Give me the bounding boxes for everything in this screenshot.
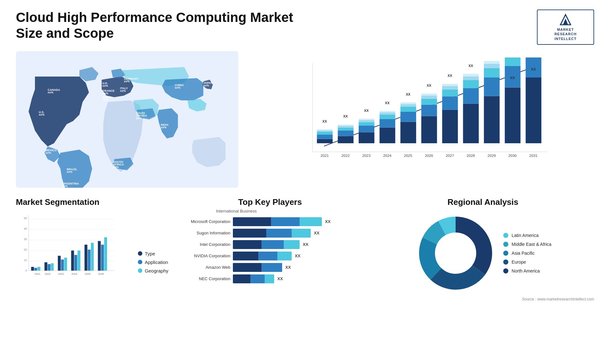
svg-rect-63 <box>400 122 416 143</box>
legend-label-middle-east-africa: Middle East & Africa <box>512 242 551 247</box>
source-text: Source : www.marketresearchintellect.com <box>372 297 594 301</box>
svg-text:2022: 2022 <box>45 273 51 275</box>
svg-rect-57 <box>380 127 396 143</box>
legend-label-asia-pacific: Asia Pacific <box>512 251 534 256</box>
svg-rect-89 <box>484 68 500 78</box>
svg-text:xx%: xx% <box>203 84 209 87</box>
legend-dot-europe <box>503 260 508 265</box>
svg-rect-96 <box>526 78 542 143</box>
svg-rect-87 <box>484 96 500 143</box>
svg-rect-73 <box>421 93 437 95</box>
svg-text:10: 10 <box>24 259 27 262</box>
svg-text:2027: 2027 <box>446 153 454 158</box>
player-xx-amazon: XX <box>285 265 291 270</box>
svg-text:2023: 2023 <box>362 153 370 158</box>
legend-label-europe: Europe <box>512 260 526 265</box>
segmentation-chart: 0 10 20 30 40 50 60 <box>16 212 132 286</box>
legend-geography: Geography <box>138 268 168 273</box>
svg-text:xx%: xx% <box>161 126 166 129</box>
svg-rect-54 <box>359 120 375 122</box>
svg-rect-39 <box>317 139 333 143</box>
svg-text:xx%: xx% <box>136 117 142 120</box>
player-bar-seg3-sugon <box>292 229 311 238</box>
svg-text:xx%: xx% <box>67 170 72 173</box>
svg-rect-138 <box>74 255 77 271</box>
seg-chart-svg: 0 10 20 30 40 50 60 <box>16 212 118 285</box>
legend-dot-type <box>138 251 142 256</box>
svg-rect-43 <box>317 129 333 131</box>
legend-dot-latin-america <box>503 233 508 238</box>
map-svg: CANADA xx% U.S. xx% MEXICO xx% BRAZIL xx… <box>16 51 238 188</box>
svg-text:2026: 2026 <box>425 153 433 158</box>
svg-text:2025: 2025 <box>404 153 413 158</box>
svg-rect-48 <box>338 126 354 127</box>
svg-rect-143 <box>91 243 94 271</box>
svg-rect-90 <box>484 64 500 68</box>
svg-text:xx%: xx% <box>62 185 68 188</box>
svg-rect-95 <box>505 57 521 66</box>
legend-asia-pacific: Asia Pacific <box>503 251 551 256</box>
svg-rect-64 <box>400 112 416 122</box>
svg-text:XX: XX <box>364 109 369 112</box>
svg-text:XX: XX <box>448 74 452 78</box>
svg-text:XX: XX <box>406 92 410 96</box>
player-xx-microsoft: XX <box>325 219 330 224</box>
svg-rect-49 <box>338 125 354 126</box>
player-bar-segments-amazon <box>233 263 282 272</box>
player-bar-seg3-intel <box>284 240 300 249</box>
segmentation-section: Market Segmentation 0 10 20 30 40 50 60 <box>16 197 168 301</box>
players-subtitle: International Business <box>175 209 365 213</box>
player-bar-seg2-sugon <box>266 229 292 238</box>
player-row-microsoft: Microsoft Corporation XX <box>175 217 365 226</box>
player-bar-seg2-amazon <box>261 263 282 272</box>
player-bar-seg1-nec <box>233 274 250 283</box>
svg-rect-131 <box>51 263 54 271</box>
svg-text:2023: 2023 <box>58 273 64 275</box>
player-bar-seg2-nec <box>250 274 265 283</box>
svg-rect-67 <box>400 102 416 104</box>
player-name-nvidia: NVIDIA Corporation <box>175 253 230 258</box>
legend-dot-asia-pacific <box>503 251 508 256</box>
svg-rect-139 <box>78 251 80 271</box>
svg-text:XX: XX <box>385 101 390 105</box>
svg-rect-76 <box>442 96 458 110</box>
player-row-nvidia: NVIDIA Corporation XX <box>175 252 365 260</box>
svg-text:2021: 2021 <box>35 273 40 275</box>
svg-rect-65 <box>400 107 416 112</box>
svg-text:xx%: xx% <box>45 151 51 154</box>
segmentation-content: 0 10 20 30 40 50 60 <box>16 212 168 286</box>
svg-rect-93 <box>505 87 521 143</box>
svg-rect-79 <box>442 84 458 86</box>
player-name-microsoft: Microsoft Corporation <box>175 219 230 224</box>
player-bar-seg1-sugon <box>233 229 266 238</box>
player-row-amazon: Amazon Web XX <box>175 263 365 272</box>
player-row-nec: NEC Corporation XX <box>175 274 365 283</box>
legend-label-application: Application <box>145 260 168 265</box>
svg-rect-134 <box>61 260 64 271</box>
svg-rect-55 <box>359 118 375 120</box>
player-bar-seg3-nvidia <box>277 252 292 260</box>
segmentation-title: Market Segmentation <box>16 197 168 207</box>
svg-marker-1 <box>563 18 568 25</box>
logo: MARKET RESEARCH INTELLECT <box>537 10 594 45</box>
svg-rect-83 <box>463 80 479 88</box>
player-bar-amazon: XX <box>233 263 365 272</box>
page-title: Cloud High Performance Computing Market … <box>16 10 302 42</box>
svg-rect-61 <box>380 111 396 112</box>
player-bar-segments-microsoft <box>233 217 322 226</box>
svg-rect-72 <box>421 96 437 99</box>
player-bar-seg2-microsoft <box>271 217 300 226</box>
svg-rect-91 <box>484 61 500 64</box>
legend-dot-middle-east-africa <box>503 242 508 247</box>
svg-rect-84 <box>463 76 479 80</box>
svg-text:xx%: xx% <box>175 86 180 89</box>
svg-text:2022: 2022 <box>341 153 349 158</box>
svg-text:40: 40 <box>24 227 27 230</box>
svg-text:xx%: xx% <box>103 92 108 95</box>
svg-rect-66 <box>400 104 416 107</box>
svg-rect-60 <box>380 112 396 115</box>
player-name-sugon: Sugon Information <box>175 231 230 235</box>
legend-latin-america: Latin America <box>503 233 551 238</box>
svg-rect-130 <box>48 264 51 270</box>
svg-text:xx%: xx% <box>103 98 108 101</box>
